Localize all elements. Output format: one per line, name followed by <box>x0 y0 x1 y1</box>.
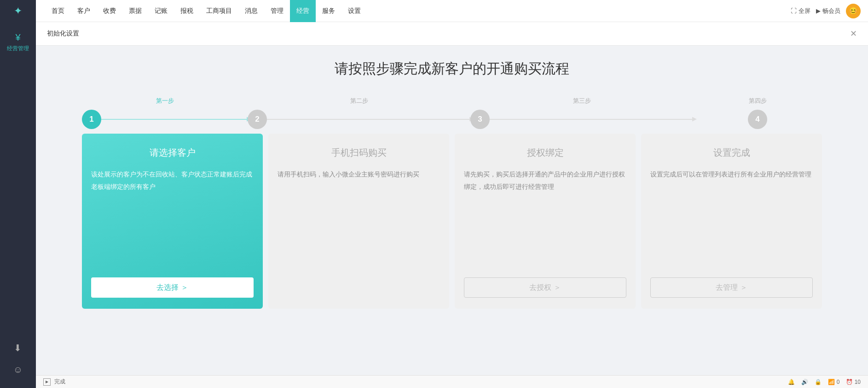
play-icon: ▶ <box>46 380 48 384</box>
card3-desc: 请先购买，购买后选择开通的产品中的企业用户进行授权绑定，成功后即可进行经营管理 <box>464 168 626 268</box>
fullscreen-label: 全屏 <box>799 7 810 15</box>
support-icon: ☺ <box>13 364 23 375</box>
content-area: 请按照步骤完成新客户的开通购买流程 第一步 1 ▶ <box>36 46 868 375</box>
avatar-icon: 😊 <box>849 6 858 15</box>
lock-icon: 🔒 <box>815 379 822 385</box>
user-avatar[interactable]: 😊 <box>846 4 861 18</box>
card4-action-btn[interactable]: 去管理 ＞ <box>650 277 813 298</box>
main-layout: ¥ 经营管理 ⬇ ☺ 初始化设置 ✕ 请按照步骤完成新客户的开通购买流程 <box>0 22 868 388</box>
logo-icon: ✦ <box>14 5 22 17</box>
time-icon: ⏰ 10 <box>846 379 861 385</box>
step4-circle: 4 <box>748 110 767 129</box>
card4-desc: 设置完成后可以在管理列表进行所有企业用户的经营管理 <box>650 168 813 268</box>
card-step1: 请选择客户 该处展示的客户为不在回收站、客户状态正常建账后完成老板端绑定的所有客… <box>82 134 263 309</box>
card1-desc: 该处展示的客户为不在回收站、客户状态正常建账后完成老板端绑定的所有客户 <box>91 168 254 268</box>
statusbar: ▶ 完成 🔔 🔊 🔒 📶 0 ⏰ 10 <box>36 375 868 388</box>
nav-settings[interactable]: 设置 <box>341 0 367 22</box>
cards-section: 请选择客户 该处展示的客户为不在回收站、客户状态正常建账后完成老板端绑定的所有客… <box>54 134 850 309</box>
step4-label: 第四步 <box>749 97 767 105</box>
page-title: 初始化设置 <box>47 29 79 38</box>
step3-circle: 3 <box>470 110 490 129</box>
nav-fee[interactable]: 收费 <box>97 0 122 22</box>
step3-label: 第三步 <box>573 97 591 105</box>
top-nav: ✦ 首页 客户 收费 票据 记账 报税 工商项目 消息 管理 经营 服务 设置 … <box>0 0 868 22</box>
card-step2: 手机扫码购买 请用手机扫码，输入小微企业主账号密码进行购买 <box>268 134 449 309</box>
step1-circle: 1 <box>82 110 101 129</box>
flow-section: 第一步 1 ▶ 第二步 2 <box>54 97 850 309</box>
card1-title: 请选择客户 <box>91 147 254 159</box>
close-button[interactable]: ✕ <box>850 29 857 39</box>
card1-action-btn[interactable]: 去选择 ＞ <box>91 277 254 298</box>
nav-client[interactable]: 客户 <box>71 0 97 22</box>
step2-circle: 2 <box>248 110 267 129</box>
nav-home[interactable]: 首页 <box>45 0 71 22</box>
status-text: 完成 <box>54 378 65 386</box>
nav-business[interactable]: 工商项目 <box>200 0 238 22</box>
sidebar: ¥ 经营管理 ⬇ ☺ <box>0 22 36 388</box>
card-step3: 授权绑定 请先购买，购买后选择开通的产品中的企业用户进行授权绑定，成功后即可进行… <box>455 134 636 309</box>
nav-account[interactable]: 记账 <box>148 0 174 22</box>
app-logo: ✦ <box>0 0 36 22</box>
sidebar-bottom: ⬇ ☺ <box>13 337 23 388</box>
card3-title: 授权绑定 <box>464 147 626 159</box>
nav-tax[interactable]: 报税 <box>174 0 200 22</box>
sidebar-item-operation[interactable]: ¥ 经营管理 <box>0 27 36 58</box>
nav-operation[interactable]: 经营 <box>290 0 316 22</box>
breadcrumb: 初始化设置 ✕ <box>36 22 868 46</box>
statusbar-right: 🔔 🔊 🔒 📶 0 ⏰ 10 <box>788 379 861 385</box>
nav-service[interactable]: 服务 <box>316 0 341 22</box>
network-icon: 📶 0 <box>828 379 839 385</box>
card-step4: 设置完成 设置完成后可以在管理列表进行所有企业用户的经营管理 去管理 ＞ <box>641 134 822 309</box>
main-content: 初始化设置 ✕ 请按照步骤完成新客户的开通购买流程 第一步 1 ▶ <box>36 22 868 388</box>
statusbar-left: ▶ 完成 <box>43 378 65 386</box>
nav-items: 首页 客户 收费 票据 记账 报税 工商项目 消息 管理 经营 服务 设置 <box>36 0 791 22</box>
step1-label: 第一步 <box>156 97 174 105</box>
vip-icon: ▶ <box>816 7 821 14</box>
card2-title: 手机扫码购买 <box>278 147 440 159</box>
fullscreen-btn[interactable]: ⛶ 全屏 <box>791 7 810 15</box>
card2-desc: 请用手机扫码，输入小微企业主账号密码进行购买 <box>278 168 440 298</box>
sidebar-support[interactable]: ☺ <box>13 359 23 381</box>
nav-message[interactable]: 消息 <box>238 0 264 22</box>
sidebar-item-label: 经营管理 <box>7 45 29 53</box>
fullscreen-icon: ⛶ <box>791 7 797 14</box>
nav-bill[interactable]: 票据 <box>122 0 148 22</box>
bell-icon: 🔔 <box>788 379 795 385</box>
card3-action-btn[interactable]: 去授权 ＞ <box>464 277 626 298</box>
download-icon: ⬇ <box>14 342 22 353</box>
nav-right: ⛶ 全屏 ▶ 畅会员 😊 <box>791 4 861 18</box>
operation-icon: ¥ <box>15 32 20 43</box>
vip-btn[interactable]: ▶ 畅会员 <box>816 7 840 15</box>
vip-label: 畅会员 <box>822 7 840 15</box>
nav-manage[interactable]: 管理 <box>264 0 290 22</box>
volume-icon: 🔊 <box>801 379 808 385</box>
play-button[interactable]: ▶ <box>43 378 51 386</box>
step2-label: 第二步 <box>350 97 368 105</box>
flow-title: 请按照步骤完成新客户的开通购买流程 <box>54 59 850 78</box>
sidebar-download[interactable]: ⬇ <box>13 337 23 359</box>
card4-title: 设置完成 <box>650 147 813 159</box>
